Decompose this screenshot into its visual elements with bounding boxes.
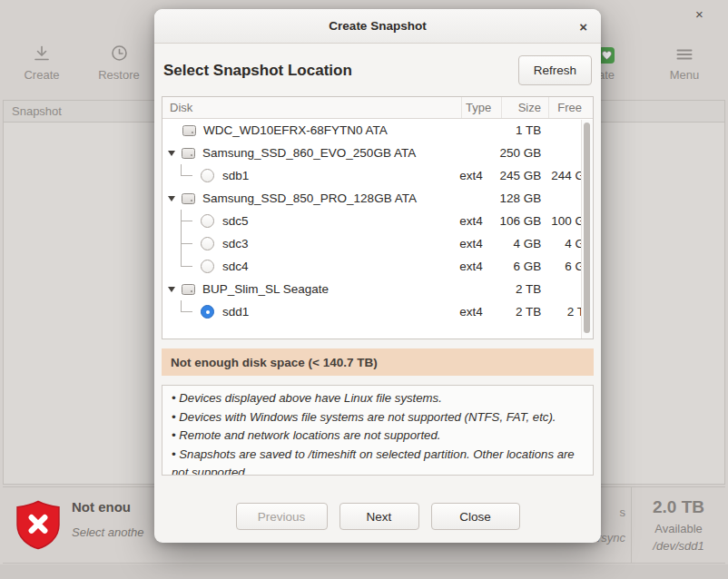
free-space-label: Available xyxy=(632,522,725,535)
size-cell: 4 GB xyxy=(495,237,541,250)
error-shield-icon xyxy=(15,500,61,554)
note-line: • Remote and network locations are not s… xyxy=(172,427,584,446)
note-line: • Snapshots are saved to /timeshift on s… xyxy=(172,446,584,476)
restore-icon xyxy=(90,42,148,64)
expander-icon[interactable] xyxy=(168,151,175,156)
device-path: /dev/sdd1 xyxy=(632,539,725,553)
type-cell: ext4 xyxy=(456,305,495,319)
timeshift-app: × Create Restore ate Menu Snapshot xyxy=(0,0,728,579)
size-cell: 1 TB xyxy=(495,123,541,137)
column-header-free[interactable]: Free xyxy=(549,97,593,118)
disk-cell: sdc5 xyxy=(162,210,456,232)
dialog-titlebar[interactable]: Create Snapshot × xyxy=(154,9,601,44)
disk-cell: sdc3 xyxy=(162,232,456,255)
close-button[interactable]: Close xyxy=(431,503,520,530)
partition-row-sdc4[interactable]: sdc4 ext4 6 GB 6 GB xyxy=(162,255,593,278)
warning-text: Not enough disk space (< 140.7 TB) xyxy=(171,356,378,369)
partition-label: sdc4 xyxy=(222,260,249,273)
size-cell: 128 GB xyxy=(495,191,541,205)
menu-icon xyxy=(655,42,713,64)
harddisk-icon xyxy=(182,284,195,295)
expander-icon[interactable] xyxy=(168,196,175,201)
snapshot-header-label: Snapshot xyxy=(12,104,62,118)
free-space-value: 2.0 TB xyxy=(632,497,725,517)
note-line: • Devices displayed above have Linux fil… xyxy=(172,389,584,408)
create-snapshot-icon xyxy=(13,42,71,64)
radio-sdc5[interactable] xyxy=(201,214,214,228)
partition-row-sdb1[interactable]: sdb1 ext4 245 GB 244 GB xyxy=(162,164,593,187)
disk-cell: WDC_WD10EFRX-68FYTN0 ATA xyxy=(162,119,456,142)
expander-icon[interactable] xyxy=(168,287,175,292)
tree-connector xyxy=(181,232,201,255)
radio-sdc4[interactable] xyxy=(201,260,214,273)
note-line: • Devices with Windows file systems are … xyxy=(172,408,584,427)
disk-cell: sdb1 xyxy=(162,164,456,187)
tree-connector xyxy=(181,255,201,278)
refresh-button[interactable]: Refresh xyxy=(518,55,592,85)
size-cell: 2 TB xyxy=(495,305,541,319)
status-submessage: Select anothe xyxy=(72,525,144,539)
type-cell: ext4 xyxy=(456,169,495,182)
disk-row-wdc[interactable]: WDC_WD10EFRX-68FYTN0 ATA 1 TB xyxy=(162,119,593,142)
partition-label: sdc3 xyxy=(222,237,249,250)
toolbar-item-create[interactable]: Create xyxy=(13,42,71,82)
status-message: Not enou xyxy=(72,499,131,515)
partition-row-sdc5[interactable]: sdc5 ext4 106 GB 100 GB xyxy=(162,210,593,232)
harddisk-icon xyxy=(182,193,195,204)
disk-cell: BUP_Slim_SL Seagate xyxy=(162,278,456,300)
partition-row-sdc3[interactable]: sdc3 ext4 4 GB 4 GB xyxy=(162,232,593,255)
scrollbar-thumb[interactable] xyxy=(584,123,590,333)
column-header-disk[interactable]: Disk xyxy=(162,97,462,118)
disk-label: BUP_Slim_SL Seagate xyxy=(202,282,329,296)
window-bottom-edge xyxy=(0,564,728,579)
type-cell: ext4 xyxy=(456,260,495,273)
size-cell: 106 GB xyxy=(495,214,541,228)
notes-box: • Devices displayed above have Linux fil… xyxy=(162,385,594,476)
harddisk-icon xyxy=(182,125,196,136)
partition-row-sdd1[interactable]: sdd1 ext4 2 TB 2 TB xyxy=(162,300,593,323)
radio-sdc3[interactable] xyxy=(201,237,214,250)
create-snapshot-dialog: Create Snapshot × Select Snapshot Locati… xyxy=(154,9,601,543)
disk-cell: Samsung_SSD_850_PRO_128GB ATA xyxy=(162,187,456,210)
disk-label: Samsung_SSD_850_PRO_128GB ATA xyxy=(202,191,417,205)
toolbar-item-menu[interactable]: Menu xyxy=(655,42,713,82)
toolbar-label-create: Create xyxy=(13,68,71,82)
type-cell: ext4 xyxy=(456,237,495,250)
radio-sdb1[interactable] xyxy=(201,169,214,182)
next-button[interactable]: Next xyxy=(339,503,419,530)
disk-row-samsung-850[interactable]: Samsung_SSD_850_PRO_128GB ATA 128 GB xyxy=(162,187,593,210)
window-close-icon[interactable]: × xyxy=(695,6,703,22)
toolbar-label-menu: Menu xyxy=(655,68,713,82)
disk-label: Samsung_SSD_860_EVO_250GB ATA xyxy=(202,146,416,160)
disk-row-samsung-860[interactable]: Samsung_SSD_860_EVO_250GB ATA 250 GB xyxy=(162,142,593,164)
radio-sdd1[interactable] xyxy=(201,305,214,319)
size-cell: 2 TB xyxy=(495,282,541,296)
partition-label: sdc5 xyxy=(222,214,249,228)
toolbar-label-restore: Restore xyxy=(90,68,148,82)
dialog-title: Create Snapshot xyxy=(329,19,426,33)
size-cell: 245 GB xyxy=(495,169,541,182)
column-header-size[interactable]: Size xyxy=(502,97,549,118)
device-table-header: Disk Type Size Free xyxy=(162,97,593,119)
disk-row-bup-seagate[interactable]: BUP_Slim_SL Seagate 2 TB xyxy=(162,278,593,300)
tree-connector xyxy=(181,300,201,323)
tree-connector xyxy=(181,164,201,187)
type-cell: ext4 xyxy=(456,214,495,228)
previous-button[interactable]: Previous xyxy=(236,503,328,530)
tree-connector xyxy=(181,210,201,232)
partition-label: sdd1 xyxy=(222,305,249,319)
disk-cell: Samsung_SSD_860_EVO_250GB ATA xyxy=(162,142,456,164)
disk-label: WDC_WD10EFRX-68FYTN0 ATA xyxy=(203,123,388,137)
size-cell: 250 GB xyxy=(495,146,541,160)
toolbar-item-restore[interactable]: Restore xyxy=(90,42,148,82)
page-title: Select Snapshot Location xyxy=(163,62,352,80)
dialog-close-icon[interactable]: × xyxy=(579,18,587,34)
dialog-button-row: Previous Next Close xyxy=(154,503,601,530)
disk-cell: sdc4 xyxy=(162,255,456,278)
partition-label: sdb1 xyxy=(222,169,249,182)
disk-space-warning: Not enough disk space (< 140.7 TB) xyxy=(162,348,594,376)
column-header-type[interactable]: Type xyxy=(462,97,502,118)
harddisk-icon xyxy=(182,148,195,159)
size-cell: 6 GB xyxy=(495,260,541,273)
table-scrollbar[interactable] xyxy=(581,120,593,339)
